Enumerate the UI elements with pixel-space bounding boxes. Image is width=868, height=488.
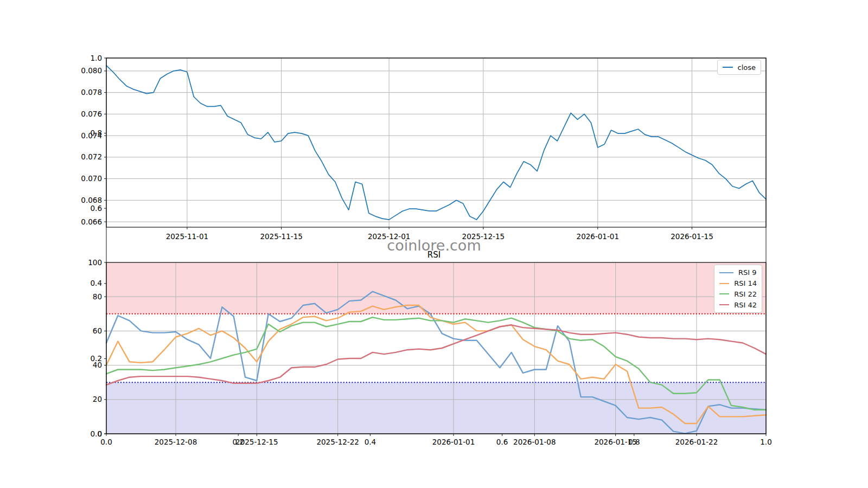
legend-label-rsi22: RSI 22 [734, 290, 757, 298]
svg-text:0.066: 0.066 [81, 217, 102, 226]
svg-text:2025-11-01: 2025-11-01 [166, 232, 208, 241]
svg-text:1.0: 1.0 [91, 54, 102, 62]
svg-text:0.6: 0.6 [91, 204, 102, 213]
svg-text:2026-01-08: 2026-01-08 [513, 438, 556, 446]
svg-text:0.2: 0.2 [232, 438, 244, 446]
legend-item-rsi9: RSI 9 [719, 267, 757, 278]
legend-item-rsi22: RSI 22 [719, 289, 757, 300]
legend-label-rsi9: RSI 9 [738, 268, 757, 277]
svg-text:100: 100 [88, 258, 102, 267]
svg-text:0.0: 0.0 [91, 429, 102, 438]
svg-text:0.4: 0.4 [365, 438, 376, 446]
svg-text:0.072: 0.072 [81, 152, 102, 161]
svg-text:2026-01-01: 2026-01-01 [577, 232, 619, 241]
svg-text:2026-01-15: 2026-01-15 [671, 232, 713, 241]
rsi9-line-swatch [719, 272, 733, 273]
svg-text:60: 60 [93, 326, 102, 335]
svg-text:2025-12-22: 2025-12-22 [316, 438, 359, 446]
rsi22-line-swatch [719, 293, 729, 294]
svg-text:20: 20 [93, 395, 102, 403]
legend-label-rsi42: RSI 42 [734, 301, 757, 309]
svg-text:0.8: 0.8 [628, 438, 640, 446]
svg-text:0.4: 0.4 [91, 279, 102, 287]
svg-text:2025-12-08: 2025-12-08 [155, 438, 197, 446]
svg-text:0.068: 0.068 [81, 196, 102, 204]
svg-text:2026-01-22: 2026-01-22 [675, 438, 718, 446]
legend-label-close: close [738, 63, 756, 72]
close-line-swatch [723, 67, 733, 68]
svg-text:0.070: 0.070 [81, 174, 102, 183]
svg-text:80: 80 [93, 292, 102, 301]
price-legend: close [717, 60, 761, 75]
svg-text:0.8: 0.8 [91, 129, 102, 137]
legend-item-rsi14: RSI 14 [719, 278, 757, 289]
svg-text:0.076: 0.076 [81, 110, 102, 118]
legend-item-close: close [723, 62, 756, 72]
rsi42-line-swatch [719, 304, 729, 305]
rsi14-line-swatch [719, 283, 729, 284]
legend-item-rsi42: RSI 42 [719, 299, 757, 310]
svg-text:2026-01-01: 2026-01-01 [432, 438, 475, 446]
legend-label-rsi14: RSI 14 [734, 279, 757, 287]
chart-page: 0.0800.0780.0760.0740.0720.0700.0680.066… [0, 0, 868, 488]
svg-text:0.080: 0.080 [81, 66, 102, 75]
rsi-legend: RSI 9 RSI 14 RSI 22 RSI 42 [714, 265, 762, 313]
svg-text:2025-11-15: 2025-11-15 [260, 232, 302, 241]
rsi-chart-title: RSI [427, 250, 441, 260]
svg-text:1.0: 1.0 [760, 438, 771, 446]
svg-text:0.0: 0.0 [100, 438, 112, 446]
svg-text:0.6: 0.6 [496, 438, 508, 446]
svg-text:0.078: 0.078 [81, 88, 102, 97]
svg-text:0.2: 0.2 [91, 354, 102, 363]
